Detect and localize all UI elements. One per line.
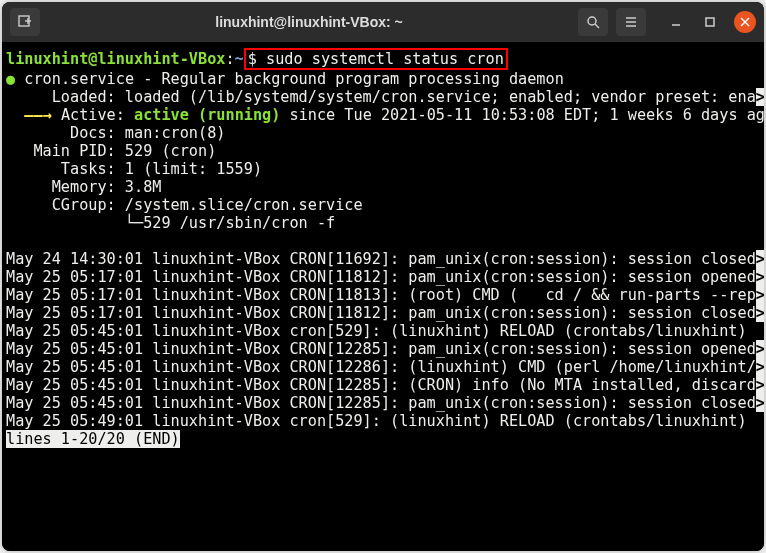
log-line: May 25 05:17:01 linuxhint-VBox CRON[1181… — [6, 268, 756, 286]
command-text: sudo systemctl status cron — [266, 50, 504, 68]
close-icon — [740, 17, 750, 27]
maximize-button[interactable] — [700, 12, 720, 32]
cgroup-line-2: └─529 /usr/sbin/cron -f — [6, 214, 335, 232]
titlebar-left — [10, 8, 40, 36]
log-line: May 25 05:17:01 linuxhint-VBox CRON[1181… — [6, 286, 756, 304]
active-label — [52, 106, 61, 124]
titlebar: linuxhint@linuxhint-VBox: ~ — [2, 2, 764, 42]
active-since: since Tue 2021-05-11 10:53:08 EDT; 1 wee… — [280, 106, 764, 124]
log-line: May 25 05:17:01 linuxhint-VBox CRON[1181… — [6, 304, 756, 322]
svg-rect-9 — [706, 18, 714, 26]
terminal-window: linuxhint@linuxhint-VBox: ~ linuxhin — [2, 2, 764, 551]
minimize-button[interactable] — [666, 12, 686, 32]
arrow-icon: ——→ — [6, 106, 52, 124]
terminal-body[interactable]: linuxhint@linuxhint-VBox:~$ sudo systemc… — [2, 42, 764, 551]
docs-line: Docs: man:cron(8) — [6, 124, 225, 142]
minimize-icon — [670, 16, 682, 28]
svg-line-4 — [595, 24, 599, 28]
prompt-path: ~ — [235, 50, 244, 68]
cgroup-line-1: CGroup: /system.slice/cron.service — [6, 196, 363, 214]
loaded-line: Loaded: loaded (/lib/systemd/system/cron… — [6, 88, 756, 106]
log-line: May 24 14:30:01 linuxhint-VBox CRON[1169… — [6, 250, 756, 268]
prompt-userhost: linuxhint@linuxhint-VBox — [6, 50, 225, 68]
terminal-content: linuxhint@linuxhint-VBox:~$ sudo systemc… — [6, 48, 760, 448]
memory-line: Memory: 3.8M — [6, 178, 161, 196]
search-icon — [586, 15, 600, 29]
log-line: May 25 05:45:01 linuxhint-VBox cron[529]… — [6, 322, 747, 340]
unit-line: cron.service - Regular background progra… — [24, 70, 563, 88]
active-value: active (running) — [134, 106, 280, 124]
search-button[interactable] — [578, 8, 608, 36]
hamburger-icon — [624, 15, 638, 29]
log-line: May 25 05:45:01 linuxhint-VBox CRON[1228… — [6, 376, 756, 394]
new-tab-button[interactable] — [10, 8, 40, 36]
maximize-icon — [704, 16, 716, 28]
command-highlight-box: $ sudo systemctl status cron — [244, 48, 508, 70]
window-controls — [666, 11, 756, 33]
log-line: May 25 05:45:01 linuxhint-VBox CRON[1228… — [6, 358, 756, 376]
log-line: May 25 05:45:01 linuxhint-VBox CRON[1228… — [6, 394, 756, 412]
tasks-line: Tasks: 1 (limit: 1559) — [6, 160, 262, 178]
menu-button[interactable] — [616, 8, 646, 36]
log-line: May 25 05:49:01 linuxhint-VBox cron[529]… — [6, 412, 747, 430]
titlebar-right — [578, 8, 756, 36]
continuation-marker: > — [756, 88, 764, 106]
close-button[interactable] — [734, 11, 756, 33]
window-title: linuxhint@linuxhint-VBox: ~ — [40, 14, 578, 30]
pager-status: lines 1-20/20 (END) — [6, 430, 180, 448]
mainpid-line: Main PID: 529 (cron) — [6, 142, 216, 160]
status-dot-icon: ● — [6, 70, 15, 88]
log-line: May 25 05:45:01 linuxhint-VBox CRON[1228… — [6, 340, 756, 358]
svg-point-3 — [588, 17, 596, 25]
